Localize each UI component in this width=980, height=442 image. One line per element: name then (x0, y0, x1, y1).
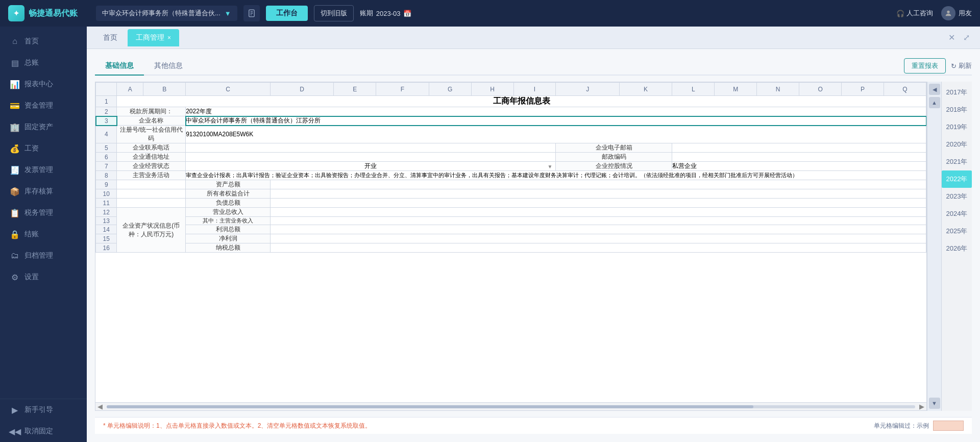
company-name-value-cell[interactable]: 中审众环会计师事务所（特殊普通合伙）江苏分所 (186, 116, 926, 126)
col-header-j[interactable]: J (556, 83, 619, 96)
year-2022[interactable]: 2022年 (942, 170, 972, 188)
scroll-right-icon[interactable]: ▶ (919, 403, 924, 410)
col-header-e[interactable]: E (334, 83, 376, 96)
col-header-b[interactable]: B (143, 83, 186, 96)
col-header-o[interactable]: O (799, 83, 842, 96)
sidebar-item-inventory[interactable]: 📦 库存核算 (0, 181, 87, 202)
main-revenue-label-cell: 其中：主营业务收入 (186, 217, 271, 225)
col-header-l[interactable]: L (672, 83, 715, 96)
row-num-2: 2 (96, 107, 117, 116)
sidebar-item-payroll[interactable]: 💰 工资 (0, 138, 87, 159)
liability-label-cell: 负债总额 (186, 199, 271, 208)
sidebar-item-report[interactable]: 📊 报表中心 (0, 73, 87, 95)
address-label-cell: 企业通信地址 (117, 153, 186, 162)
sidebar-item-ledger[interactable]: ▤ 总账 (0, 52, 87, 73)
workbench-button[interactable]: 工作台 (266, 6, 308, 21)
sidebar-item-finance[interactable]: 💳 资金管理 (0, 95, 87, 116)
table-row: 11 负债总额 (96, 199, 926, 208)
user-area[interactable]: 用友 (941, 6, 972, 20)
profit-value-cell[interactable] (270, 225, 926, 234)
tel-value-cell[interactable] (186, 143, 556, 153)
service-button[interactable]: 🎧 人工咨询 (896, 9, 933, 18)
assets-group-label-cell: 企业资产状况信息(币种：人民币万元) (117, 208, 186, 253)
collapse-down-button[interactable]: ▼ (929, 398, 940, 409)
sidebar-item-close[interactable]: 🔒 结账 (0, 224, 87, 245)
biz-status-value-cell[interactable]: 开业 ▼ (186, 162, 556, 171)
reg-code-value-cell[interactable]: 91320100MA208E5W6K (186, 126, 926, 143)
tab-business[interactable]: 工商管理 × (128, 29, 179, 46)
sidebar-item-tax[interactable]: 📋 税务管理 (0, 202, 87, 224)
tab-home[interactable]: 首页 (95, 29, 126, 46)
col-header-a[interactable]: A (117, 83, 143, 96)
equity-value-cell[interactable] (270, 189, 926, 199)
horizontal-scrollbar[interactable]: ◀ ▶ (95, 402, 926, 410)
tab-close-button[interactable]: ✕ (946, 31, 957, 44)
expand-right-button[interactable]: ▲ (929, 97, 940, 108)
liability-value-cell[interactable] (270, 199, 926, 208)
year-2026[interactable]: 2026年 (942, 240, 972, 257)
year-2023[interactable]: 2023年 (942, 188, 972, 205)
assets-value-cell[interactable] (270, 180, 926, 189)
revenue-value-cell[interactable] (270, 208, 926, 217)
row-num-11: 11 (96, 199, 117, 208)
tel-label-cell: 企业联系电话 (117, 143, 186, 153)
tax-value-cell[interactable] (270, 243, 926, 253)
sidebar-item-home[interactable]: ⌂ 首页 (0, 31, 87, 52)
postcode-value-cell[interactable] (672, 153, 926, 162)
tab-expand-button[interactable]: ⤢ (961, 31, 972, 44)
email-value-cell[interactable] (672, 143, 926, 153)
doc-icon[interactable] (243, 5, 260, 21)
sidebar-item-assets[interactable]: 🏢 固定资产 (0, 116, 87, 138)
spreadsheet-container[interactable]: A B C D E F G H I J (95, 82, 926, 402)
inventory-icon: 📦 (10, 187, 19, 196)
main-revenue-value-cell[interactable] (270, 217, 926, 225)
row-num-1: 1 (96, 96, 117, 107)
col-header-n[interactable]: N (757, 83, 799, 96)
right-arrows: ◀ ▲ ▼ (927, 82, 941, 411)
calendar-icon[interactable]: 📅 (403, 10, 411, 17)
sub-tab-basic[interactable]: 基础信息 (95, 57, 144, 76)
year-2018[interactable]: 2018年 (942, 101, 972, 118)
year-2017[interactable]: 2017年 (942, 84, 972, 101)
row-num-4: 4 (96, 126, 117, 143)
net-profit-value-cell[interactable] (270, 234, 926, 243)
col-header-f[interactable]: F (376, 83, 429, 96)
table-row: 16 纳税总额 (96, 243, 926, 253)
col-header-m[interactable]: M (715, 83, 757, 96)
net-profit-label-cell: 净利润 (186, 234, 271, 243)
sidebar-item-invoice[interactable]: 🧾 发票管理 (0, 159, 87, 181)
main-biz-label-cell: 主营业务活动 (117, 171, 186, 180)
sidebar-item-unpin[interactable]: ◀◀ 取消固定 (0, 421, 87, 442)
sidebar-item-guide[interactable]: ▶ 新手引导 (0, 399, 87, 421)
col-header-i[interactable]: I (513, 83, 556, 96)
col-header-d[interactable]: D (270, 83, 333, 96)
year-2025[interactable]: 2025年 (942, 223, 972, 240)
col-header-q[interactable]: Q (884, 83, 926, 96)
tab-close-icon[interactable]: × (167, 34, 171, 41)
col-header-c[interactable]: C (186, 83, 271, 96)
company-selector[interactable]: 中审众环会计师事务所（特殊普通合伙... ▼ (96, 6, 237, 21)
r11-empty (117, 199, 186, 208)
sub-tab-other[interactable]: 其他信息 (144, 57, 193, 76)
year-2019[interactable]: 2019年 (942, 118, 972, 136)
year-2021[interactable]: 2021年 (942, 153, 972, 170)
control-value-cell[interactable]: 私营企业 (672, 162, 926, 171)
year-2024[interactable]: 2024年 (942, 205, 972, 223)
sidebar-item-settings[interactable]: ⚙ 设置 (0, 266, 87, 288)
sidebar-item-archive[interactable]: 🗂 归档管理 (0, 245, 87, 266)
period-value-cell[interactable]: 2022年度 (186, 107, 926, 116)
year-2020[interactable]: 2020年 (942, 136, 972, 153)
scroll-track[interactable] (107, 405, 915, 408)
collapse-right-button[interactable]: ◀ (929, 84, 940, 95)
col-header-h[interactable]: H (471, 83, 513, 96)
refresh-button[interactable]: ↻ 刷新 (951, 61, 972, 70)
col-header-p[interactable]: P (842, 83, 884, 96)
reset-button[interactable]: 重置报表 (904, 58, 946, 73)
scroll-left-icon[interactable]: ◀ (97, 403, 103, 410)
old-version-button[interactable]: 切到旧版 (314, 5, 354, 21)
col-header-g[interactable]: G (429, 83, 471, 96)
address-value-cell[interactable] (186, 153, 556, 162)
main-biz-value-cell[interactable]: 审查企业会计报表；出具审计报告；验证企业资本；出具验资报告；办理企业合并、分立、… (186, 171, 926, 180)
col-header-k[interactable]: K (619, 83, 672, 96)
tax-icon: 📋 (10, 208, 19, 217)
